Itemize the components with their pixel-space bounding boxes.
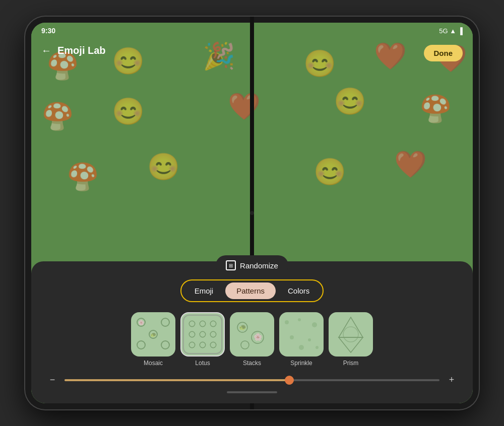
pattern-mosaic[interactable]: 🌸 🐢 Mosaic bbox=[131, 312, 175, 367]
svg-point-27 bbox=[299, 345, 304, 350]
svg-point-22 bbox=[285, 320, 289, 324]
svg-point-8 bbox=[189, 321, 195, 326]
device-frame: 🍄 😊 🎉 😊 ❤️ ❤️ 🍄 😊 ❤️ 😊 🍄 🍄 😊 😊 ❤️ 🍄 🌸 🌸 … bbox=[25, 17, 479, 409]
emoji-decor: 😊 bbox=[334, 88, 366, 114]
svg-point-13 bbox=[210, 331, 216, 337]
pattern-prism[interactable]: Prism bbox=[329, 312, 373, 367]
pattern-lotus[interactable]: Lotus bbox=[180, 312, 225, 367]
tab-patterns[interactable]: Patterns bbox=[225, 282, 276, 299]
emoji-decor: 🍄 bbox=[67, 164, 99, 190]
slider-thumb[interactable] bbox=[285, 376, 294, 385]
svg-point-24 bbox=[312, 322, 317, 327]
svg-point-19 bbox=[241, 341, 249, 349]
svg-text:🌸: 🌸 bbox=[138, 319, 145, 326]
emoji-decor: ❤️ bbox=[228, 93, 261, 119]
pattern-stacks[interactable]: 🐢 🌸 Stacks bbox=[230, 312, 274, 367]
randomize-button[interactable]: ⊞ Randomize bbox=[216, 255, 288, 275]
svg-marker-29 bbox=[339, 317, 363, 337]
svg-text:🐢: 🐢 bbox=[239, 323, 246, 331]
svg-point-16 bbox=[210, 342, 216, 347]
tab-emoji[interactable]: Emoji bbox=[183, 282, 225, 299]
done-button[interactable]: Done bbox=[424, 45, 463, 61]
svg-text:🐢: 🐢 bbox=[150, 331, 157, 338]
app-header: ← Emoji Lab bbox=[31, 23, 473, 61]
randomize-icon: ⊞ bbox=[226, 260, 236, 270]
emoji-decor: 🍄 bbox=[41, 103, 74, 129]
home-indicator bbox=[227, 391, 277, 393]
svg-point-10 bbox=[210, 321, 216, 326]
slider-track[interactable] bbox=[65, 379, 439, 381]
pattern-sprinkle-thumb bbox=[279, 312, 324, 357]
randomize-label: Randomize bbox=[240, 261, 278, 270]
emoji-decor: 😊 bbox=[313, 159, 346, 185]
emoji-decor: ❤️ bbox=[394, 151, 427, 177]
slider-row: − + bbox=[41, 375, 463, 385]
svg-marker-30 bbox=[339, 337, 363, 352]
pattern-grid: 🌸 🐢 Mosaic bbox=[41, 312, 463, 367]
pattern-mosaic-thumb: 🌸 🐢 bbox=[131, 312, 175, 357]
pattern-prism-label: Prism bbox=[343, 360, 359, 367]
svg-point-3 bbox=[137, 341, 145, 349]
svg-point-12 bbox=[200, 331, 205, 337]
slider-decrease-button[interactable]: − bbox=[46, 375, 58, 385]
svg-point-23 bbox=[298, 318, 301, 321]
emoji-decor: 😊 bbox=[112, 98, 145, 124]
tab-colors[interactable]: Colors bbox=[277, 282, 321, 299]
camera bbox=[250, 211, 254, 215]
bottom-sheet: Emoji Patterns Colors bbox=[31, 261, 473, 403]
pattern-mosaic-label: Mosaic bbox=[144, 360, 163, 367]
svg-point-11 bbox=[189, 331, 195, 337]
tab-selector: Emoji Patterns Colors bbox=[180, 279, 324, 302]
emoji-decor: 😊 bbox=[147, 154, 180, 180]
svg-point-31 bbox=[343, 327, 358, 342]
bottom-panel: ⊞ Randomize Emoji Patterns Colors bbox=[31, 255, 473, 403]
svg-point-15 bbox=[200, 342, 205, 347]
slider-fill bbox=[65, 379, 289, 381]
pattern-lotus-thumb bbox=[180, 312, 225, 357]
pattern-lotus-label: Lotus bbox=[195, 360, 210, 367]
pattern-stacks-thumb: 🐢 🌸 bbox=[230, 312, 274, 357]
svg-point-9 bbox=[200, 321, 205, 326]
pattern-prism-thumb bbox=[329, 312, 373, 357]
svg-point-25 bbox=[290, 335, 294, 339]
back-button[interactable]: ← bbox=[41, 45, 51, 56]
pattern-stacks-label: Stacks bbox=[243, 360, 261, 367]
svg-point-4 bbox=[161, 341, 169, 349]
svg-point-26 bbox=[308, 338, 311, 341]
app-title: Emoji Lab bbox=[57, 45, 106, 56]
pattern-sprinkle[interactable]: Sprinkle bbox=[279, 312, 324, 367]
svg-text:🌸: 🌸 bbox=[254, 333, 263, 341]
svg-point-28 bbox=[316, 346, 319, 349]
svg-point-2 bbox=[161, 318, 169, 326]
pattern-sprinkle-label: Sprinkle bbox=[290, 360, 312, 367]
emoji-decor: 🍄 bbox=[419, 96, 452, 122]
svg-point-14 bbox=[189, 342, 195, 347]
slider-increase-button[interactable]: + bbox=[446, 375, 458, 385]
